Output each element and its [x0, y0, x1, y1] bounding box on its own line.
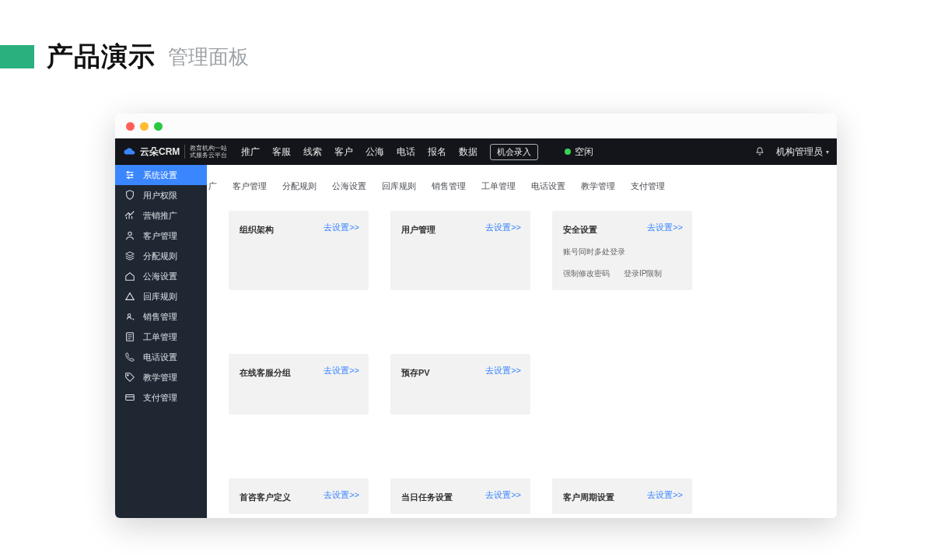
triangle-icon: [124, 291, 135, 302]
user-icon: [124, 230, 135, 241]
slide-header: 产品演示 管理面板: [0, 0, 941, 86]
go-settings-link[interactable]: 去设置>>: [324, 489, 359, 501]
tab-sales-mgmt[interactable]: 销售管理: [424, 176, 474, 197]
go-settings-link[interactable]: 去设置>>: [647, 222, 683, 233]
record-opportunity-button[interactable]: 机会录入: [490, 144, 538, 160]
window-minimize-dot[interactable]: [140, 122, 149, 131]
app-window: 云朵CRM 教育机构一站 式服务云平台 推广 客服 线索 客户 公海 电话 报名…: [115, 114, 837, 518]
nav-item-data[interactable]: 数据: [453, 145, 484, 159]
sidebar-label: 公海设置: [143, 271, 177, 282]
slide-title: 产品演示: [47, 39, 156, 75]
nav-item-phone[interactable]: 电话: [390, 145, 422, 159]
sidebar-item-sea-settings[interactable]: 公海设置: [115, 266, 207, 286]
card-title: 组织架构: [240, 225, 274, 234]
slide-accent-bar: [0, 45, 34, 68]
sidebar-label: 客户管理: [143, 230, 177, 242]
sidebar-label: 销售管理: [143, 311, 177, 323]
sidebar-label: 工单管理: [143, 331, 177, 343]
tab-ticket-mgmt[interactable]: 工单管理: [474, 176, 523, 197]
sidebar-item-assignment-rules[interactable]: 分配规则: [115, 246, 207, 266]
tab-phone-settings[interactable]: 电话设置: [523, 176, 573, 197]
nav-item-sea[interactable]: 公海: [359, 145, 390, 159]
user-menu[interactable]: 机构管理员 ▾: [776, 145, 829, 159]
sidebar-item-sales-mgmt[interactable]: 销售管理: [115, 306, 207, 327]
sidebar-item-payment-mgmt[interactable]: 支付管理: [115, 387, 207, 408]
nav-item-service[interactable]: 客服: [266, 145, 297, 159]
sidebar-item-marketing[interactable]: 营销推广: [115, 205, 207, 226]
go-settings-link[interactable]: 去设置>>: [485, 489, 521, 501]
layers-icon: [124, 250, 135, 261]
sliders-icon: [124, 170, 135, 180]
go-settings-link[interactable]: 去设置>>: [485, 365, 521, 376]
sidebar-item-teaching-mgmt[interactable]: 教学管理: [115, 367, 207, 387]
tab-partial[interactable]: 广: [207, 176, 225, 197]
chart-icon: [124, 210, 135, 221]
status-dot-icon: [565, 149, 571, 155]
tab-return-rules[interactable]: 回库规则: [374, 176, 424, 197]
nav-items: 推广 客服 线索 客户 公海 电话 报名 数据 机会录入: [235, 144, 538, 160]
shield-icon: [124, 190, 135, 201]
tab-assignment-rules[interactable]: 分配规则: [275, 176, 324, 197]
card-title: 安全设置: [563, 225, 597, 234]
window-maximize-dot[interactable]: [154, 122, 163, 131]
security-tag[interactable]: 强制修改密码: [563, 268, 610, 279]
setting-card-customer-cycle: 客户周期设置 去设置>>: [552, 478, 692, 514]
tab-payment-mgmt[interactable]: 支付管理: [623, 176, 673, 197]
tabs-row: 广 客户管理 分配规则 公海设置 回库规则 销售管理 工单管理 电话设置 教学管…: [207, 165, 837, 197]
go-settings-link[interactable]: 去设置>>: [324, 222, 359, 233]
main-content: 广 客户管理 分配规则 公海设置 回库规则 销售管理 工单管理 电话设置 教学管…: [207, 165, 837, 518]
nav-item-customer[interactable]: 客户: [328, 145, 359, 159]
phone-icon: [124, 352, 135, 362]
setting-card-user-mgmt: 用户管理 去设置>>: [390, 211, 530, 290]
tab-customer-mgmt[interactable]: 客户管理: [225, 176, 275, 197]
card-title: 用户管理: [401, 225, 436, 234]
cards-section: 去设置>> 组织架构 去设置>> 用户管理 去设置>> 安全设置 去设置>>: [207, 197, 837, 514]
tab-teaching-mgmt[interactable]: 教学管理: [573, 176, 623, 197]
sidebar-label: 营销推广: [143, 210, 177, 222]
sidebar-label: 教学管理: [143, 372, 177, 383]
card-title: 在线客服分组: [240, 368, 291, 377]
security-tag[interactable]: 账号同时多处登录: [563, 247, 625, 257]
svg-point-4: [128, 314, 131, 317]
security-tag[interactable]: 登录IP限制: [624, 268, 662, 279]
card-title: 当日任务设置: [401, 492, 453, 502]
sidebar-item-phone-settings[interactable]: 电话设置: [115, 347, 207, 367]
sidebar-label: 分配规则: [143, 250, 177, 262]
card-tags: 账号同时多处登录 强制修改密码 登录IP限制: [563, 247, 681, 279]
sidebar-item-system-settings[interactable]: 系统设置: [115, 165, 207, 185]
tag-icon: [124, 372, 135, 383]
file-icon: [124, 331, 135, 342]
tab-sea-settings[interactable]: 公海设置: [324, 176, 374, 197]
search-person-icon: [124, 311, 135, 322]
slide-subtitle: 管理面板: [168, 44, 249, 71]
setting-card-first-consult: 首咨客户定义 去设置>>: [229, 478, 369, 514]
window-close-dot[interactable]: [126, 122, 135, 131]
sidebar-item-ticket-mgmt[interactable]: 工单管理: [115, 327, 207, 347]
logo-subtext: 教育机构一站 式服务云平台: [190, 145, 227, 159]
setting-card-security: 安全设置 去设置>> 账号同时多处登录 强制修改密码 登录IP限制: [552, 211, 692, 290]
sidebar: 系统设置 用户权限 营销推广 客户管理 分配规则 公海设置: [115, 165, 207, 518]
go-settings-link[interactable]: 去设置>>: [647, 489, 683, 501]
cards-row-3: 列 去设置>> 首咨客户定义 去设置>> 当日任务设置 去设置>> 客户周期设置…: [207, 478, 837, 514]
go-settings-link[interactable]: 去设置>>: [324, 365, 359, 376]
sidebar-item-customer-mgmt[interactable]: 客户管理: [115, 226, 207, 246]
nav-item-leads[interactable]: 线索: [297, 145, 328, 159]
nav-item-promo[interactable]: 推广: [235, 145, 266, 159]
cloud-icon: [123, 147, 137, 157]
content-row: 系统设置 用户权限 营销推广 客户管理 分配规则 公海设置: [115, 165, 837, 518]
nav-right: 机构管理员 ▾: [754, 145, 829, 159]
nav-item-signup[interactable]: 报名: [422, 145, 453, 159]
svg-rect-7: [126, 395, 135, 401]
status-indicator[interactable]: 空闲: [565, 145, 593, 159]
svg-point-0: [127, 171, 128, 173]
bell-icon[interactable]: [754, 146, 765, 157]
setting-card-daily-task: 当日任务设置 去设置>>: [390, 478, 530, 514]
sidebar-item-user-permissions[interactable]: 用户权限: [115, 185, 207, 205]
logo[interactable]: 云朵CRM 教育机构一站 式服务云平台: [115, 145, 235, 159]
top-nav: 云朵CRM 教育机构一站 式服务云平台 推广 客服 线索 客户 公海 电话 报名…: [115, 138, 837, 165]
svg-point-3: [128, 232, 131, 235]
sidebar-item-return-rules[interactable]: 回库规则: [115, 286, 207, 306]
card-title: 首咨客户定义: [240, 492, 291, 502]
go-settings-link[interactable]: 去设置>>: [485, 222, 521, 233]
card-title: 客户周期设置: [563, 492, 614, 502]
